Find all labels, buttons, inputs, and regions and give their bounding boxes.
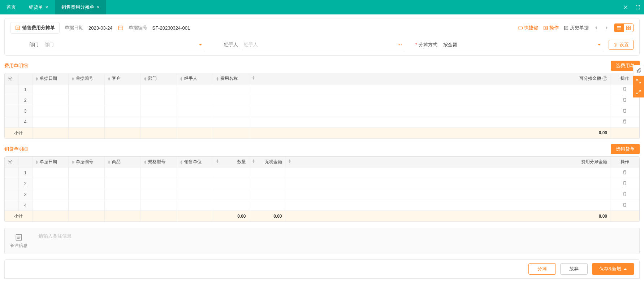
history-link[interactable]: 历史单据 (564, 25, 589, 31)
chevron-down-icon (597, 43, 601, 47)
operate-link[interactable]: 操作 (543, 25, 559, 31)
trash-icon[interactable] (622, 119, 627, 124)
tab-sales-order[interactable]: 销货单✕ (22, 0, 55, 14)
tab-sales-expense-alloc-label: 销售费用分摊单 (61, 4, 94, 10)
col-product[interactable]: ▲▼商品 (104, 157, 141, 168)
col-customer[interactable]: ▲▼客户 (104, 73, 141, 84)
svg-point-26 (9, 161, 11, 163)
col-spec[interactable]: ▲▼规格型号 (141, 157, 177, 168)
sort-icon: ▲▼ (252, 159, 255, 163)
document-type-button[interactable]: 销售费用分摊单 (10, 22, 60, 34)
col-dept[interactable]: ▲▼部门 (141, 73, 177, 84)
col-fee-name[interactable]: ▲▼费用名称 (213, 73, 249, 84)
trash-icon[interactable] (622, 87, 627, 91)
expand-icon[interactable] (633, 76, 644, 87)
sort-icon: ▲▼ (216, 159, 219, 163)
settings-button[interactable]: 设置 (609, 40, 634, 50)
document-type-label: 销售费用分摊单 (22, 25, 55, 31)
discard-button[interactable]: 放弃 (560, 263, 588, 275)
table-row[interactable]: 2 (5, 178, 639, 189)
trash-icon[interactable] (622, 181, 627, 186)
window-close-button[interactable] (619, 0, 632, 14)
alloc-method-value: 按金额 (443, 42, 457, 48)
col-qty[interactable]: ▲▼数量 (213, 157, 249, 168)
col-handler[interactable]: ▲▼经手人 (177, 73, 213, 84)
tab-sales-expense-alloc[interactable]: 销售费用分摊单✕ (55, 0, 106, 14)
allocate-button[interactable]: 分摊 (528, 263, 556, 275)
handler-select[interactable]: ⋯ (242, 39, 403, 50)
table-row[interactable]: 1 (5, 168, 639, 178)
table-row[interactable]: 4 (5, 200, 639, 211)
col-unit[interactable]: ▲▼销售单位 (177, 157, 213, 168)
col-notax[interactable]: ▲▼无税金额 (249, 157, 285, 168)
collapse-icon[interactable] (633, 87, 644, 97)
sort-icon: ▲▼ (144, 77, 147, 81)
close-icon[interactable]: ✕ (96, 5, 100, 10)
subtotal-amount: 0.00 (249, 127, 610, 138)
prev-arrow-icon[interactable] (594, 26, 599, 30)
alloc-method-field: *分摊方式 按金额 (409, 39, 603, 50)
remark-input[interactable] (39, 233, 634, 239)
doc-no-value: SF-20230324-001 (152, 25, 190, 31)
sales-detail-section: 销货单明细 选销货单 ▲▼单据日期 ▲▼单据编号 ▲▼商品 ▲▼规格型号 ▲▼销… (4, 144, 640, 222)
tab-home[interactable]: 首页 (0, 0, 22, 14)
table-row[interactable]: 3 (5, 189, 639, 200)
svg-rect-23 (629, 28, 630, 30)
svg-rect-21 (629, 26, 630, 27)
col-no[interactable]: ▲▼单据编号 (68, 73, 104, 84)
next-arrow-icon[interactable] (604, 26, 609, 30)
table-row[interactable]: 4 (5, 117, 639, 127)
dept-select[interactable] (43, 39, 204, 50)
alloc-method-select[interactable]: 按金额 (442, 39, 603, 50)
calendar-icon[interactable] (118, 25, 124, 31)
chevron-up-icon (623, 267, 627, 271)
svg-rect-10 (544, 26, 548, 30)
svg-rect-2 (16, 26, 20, 30)
col-alloc-amount[interactable]: ▲▼可分摊金额? (249, 73, 610, 84)
trash-icon[interactable] (622, 192, 627, 196)
svg-point-25 (9, 78, 11, 79)
dept-input[interactable] (44, 42, 198, 47)
handler-input[interactable] (244, 42, 397, 47)
select-sales-button[interactable]: 选销货单 (611, 144, 640, 154)
table-row[interactable]: 2 (5, 95, 639, 106)
help-icon[interactable]: ? (602, 76, 607, 81)
expense-table: ▲▼单据日期 ▲▼单据编号 ▲▼客户 ▲▼部门 ▲▼经手人 ▲▼费用名称 ▲▼可… (4, 73, 640, 139)
window-fullscreen-button[interactable] (632, 0, 644, 14)
subtotal-notax: 0.00 (249, 211, 285, 222)
document-header: 销售费用分摊单 单据日期 2023-03-24 单据编号 SF-20230324… (4, 18, 640, 56)
footer-actions: 分摊 放弃 保存&新增 (4, 259, 640, 279)
view-grid-icon[interactable] (624, 24, 633, 32)
expense-detail-title: 费用单明细 (4, 62, 28, 69)
sort-icon: ▲▼ (216, 77, 219, 81)
col-operation: 操作 (610, 157, 639, 168)
table-row[interactable]: 1 (5, 84, 639, 95)
sort-icon: ▲▼ (72, 77, 75, 81)
top-tabs: 首页 销货单✕ 销售费用分摊单✕ (0, 0, 644, 14)
remark-icon-area: 备注信息 (5, 228, 33, 254)
doc-date-value[interactable]: 2023-03-24 (88, 25, 113, 31)
trash-icon[interactable] (622, 170, 627, 175)
trash-icon[interactable] (622, 108, 627, 113)
chevron-down-icon (198, 43, 203, 47)
col-no[interactable]: ▲▼单据编号 (68, 157, 104, 168)
dept-field: 部门 (10, 39, 204, 50)
col-alloc-amount[interactable]: ▲▼费用分摊金额 (285, 157, 610, 168)
col-date[interactable]: ▲▼单据日期 (32, 157, 68, 168)
table-config-icon[interactable] (5, 73, 18, 84)
attachment-icon[interactable] (633, 65, 644, 76)
trash-icon[interactable] (622, 97, 627, 102)
sales-detail-title: 销货单明细 (4, 146, 28, 152)
table-config-icon[interactable] (5, 157, 18, 168)
view-list-icon[interactable] (614, 24, 624, 32)
table-row[interactable]: 3 (5, 106, 639, 117)
close-icon[interactable]: ✕ (45, 5, 48, 10)
tab-home-label: 首页 (7, 4, 16, 10)
shortcut-link[interactable]: 快捷键 (518, 25, 538, 31)
trash-icon[interactable] (622, 203, 627, 207)
col-date[interactable]: ▲▼单据日期 (32, 73, 68, 84)
handler-field: 经手人 ⋯ (210, 39, 403, 50)
more-icon[interactable]: ⋯ (397, 42, 402, 47)
save-new-button[interactable]: 保存&新增 (592, 263, 634, 275)
sort-icon: ▲▼ (108, 77, 111, 81)
